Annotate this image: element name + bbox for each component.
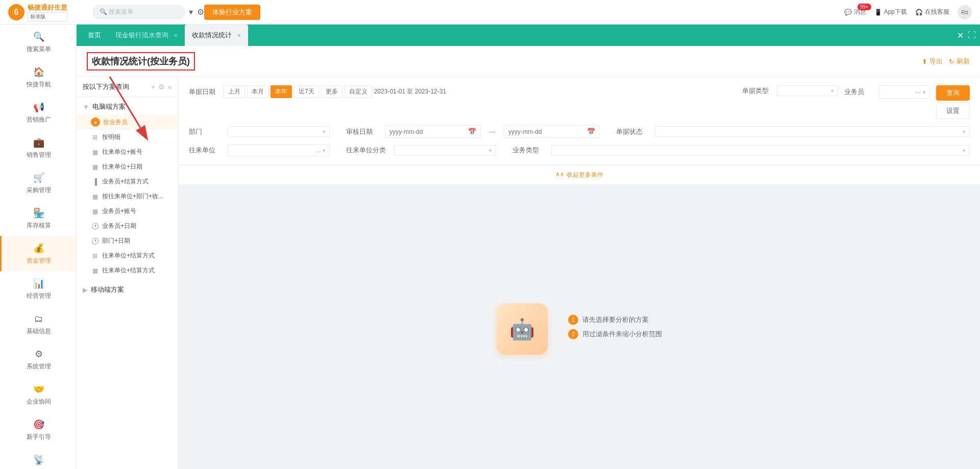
search-icon: 🔍 — [33, 31, 45, 43]
desktop-scheme-header[interactable]: ▼ 电脑端方案 — [77, 99, 178, 114]
filter-panel: 单据日期 上月 本月 本年 近7天 更多 自定义 2023-01-01 至 20… — [179, 77, 980, 165]
online-service-item[interactable]: 🎧 在线客服 — [915, 8, 949, 16]
export-button[interactable]: ⬆ 导出 — [922, 57, 943, 66]
filter-settings-button[interactable]: 设置 — [936, 103, 970, 119]
main-layout: 🔍 搜索菜单 🏠 快捷导航 📢 营销推广 💼 销售管理 🛒 采购管理 🏪 库存核… — [0, 25, 980, 469]
dept-select[interactable]: ▾ — [228, 126, 330, 137]
review-date-end-input[interactable] — [508, 128, 585, 135]
scheme-item-partner-account[interactable]: ▦ 往来单位+账号 — [77, 145, 178, 159]
collapse-up-icon: ∧∧ — [555, 171, 565, 179]
customer-more-icon[interactable]: ... — [315, 147, 321, 154]
collapse-more-bar[interactable]: ∧∧ 收起更多条件 — [179, 165, 980, 184]
doc-type-select[interactable]: ▾ — [777, 85, 838, 96]
customer-select[interactable]: ... ▾ — [228, 144, 330, 156]
sidebar-item-sales[interactable]: 💼 销售管理 — [0, 130, 76, 166]
chevron-down-icon: ▼ — [83, 103, 89, 111]
table-icon-4: ▦ — [91, 207, 99, 216]
scheme-item-salesperson-account[interactable]: ▦ 业务员+账号 — [77, 204, 178, 219]
biz-type-chevron: ▾ — [963, 148, 965, 153]
finance-icon: 💰 — [33, 242, 45, 254]
panel-collapse-button[interactable]: « — [168, 83, 172, 91]
date-btn-more[interactable]: 更多 — [321, 85, 342, 98]
phone-icon: 📱 — [874, 9, 882, 16]
review-date-start-input[interactable] — [389, 128, 466, 135]
user-avatar[interactable]: Rit — [958, 5, 972, 19]
empty-step-2: 2 用过滤条件来缩小分析范围 — [568, 329, 662, 339]
calendar-icon-2: 📅 — [587, 128, 595, 135]
sidebar-item-basic-info[interactable]: 🗂 基础信息 — [0, 307, 76, 342]
review-date-start[interactable]: 📅 — [385, 125, 481, 138]
scheme-item-partner-settlement-2[interactable]: ▦ 往来单位+结算方式 — [77, 263, 178, 278]
database-icon: 🗂 — [33, 313, 45, 325]
sidebar: 🔍 搜索菜单 🏠 快捷导航 📢 营销推广 💼 销售管理 🛒 采购管理 🏪 库存核… — [0, 25, 77, 469]
scheme-item-detail[interactable]: ⊞ 按明细 — [77, 130, 178, 145]
doc-type-label: 单据类型 — [742, 86, 773, 96]
sidebar-item-enterprise[interactable]: 🤝 企业协同 — [0, 377, 76, 412]
customer-category-select[interactable]: ▾ — [394, 145, 496, 156]
tab-close-all-icon[interactable]: ✕ — [957, 31, 964, 40]
sidebar-item-search[interactable]: 🔍 搜索菜单 — [0, 25, 76, 60]
trial-button[interactable]: 体验行业方案 — [204, 5, 260, 20]
customer-label: 往来单位 — [189, 146, 219, 155]
sidebar-item-system[interactable]: ⚙ 系统管理 — [0, 342, 76, 377]
doc-status-select[interactable]: ▾ — [655, 126, 970, 137]
sidebar-item-purchase[interactable]: 🛒 采购管理 — [0, 166, 76, 201]
page-actions: ⬆ 导出 ↻ 刷新 — [922, 57, 970, 66]
tab-home[interactable]: 首页 — [81, 25, 108, 46]
date-options-group: 上月 本月 本年 近7天 更多 自定义 2023-01-01 至 2023-12… — [224, 85, 446, 98]
sidebar-item-finance[interactable]: 💰 资金管理 — [0, 236, 76, 271]
date-btn-this-year[interactable]: 本年 — [271, 85, 292, 98]
dept-chevron: ▾ — [323, 129, 325, 134]
tab-bar: 首页 现金银行流水查询 ✕ 收款情况统计 ✕ ✕ ⛶ — [77, 25, 980, 46]
scheme-settings-button[interactable]: ⚙ — [158, 83, 165, 91]
purchase-icon: 🛒 — [33, 172, 45, 184]
export-icon: ⬆ — [922, 58, 927, 65]
tab-bank-flow-close[interactable]: ✕ — [174, 33, 178, 38]
salesperson-more-icon[interactable]: ··· — [915, 88, 921, 96]
scheme-item-salesperson[interactable]: ● 按业务员 — [77, 114, 178, 130]
customer-category-chevron: ▾ — [489, 148, 492, 153]
step-1-number: 1 — [568, 315, 578, 325]
biz-type-select[interactable]: ▾ — [551, 145, 970, 156]
message-item[interactable]: 💬 消息 99+ — [844, 8, 866, 16]
app-logo-icon: 6 — [8, 4, 24, 20]
tab-collection-stats-close[interactable]: ✕ — [237, 33, 241, 38]
refresh-button[interactable]: ↻ 刷新 — [949, 57, 970, 66]
query-button[interactable]: 查询 — [936, 85, 970, 101]
scheme-item-partner-date[interactable]: ▦ 往来单位+日期 — [77, 159, 178, 174]
content-body: 按以下方案查询 + ⚙ « ▼ 电脑端方案 — [77, 77, 980, 469]
filter-row-1: 单据日期 上月 本月 本年 近7天 更多 自定义 2023-01-01 至 20… — [189, 85, 970, 119]
date-btn-last-month[interactable]: 上月 — [224, 85, 245, 98]
settings-gear-icon[interactable]: ⚙ — [197, 7, 204, 17]
sidebar-item-hardware[interactable]: 📡 智能硬件 — [0, 448, 76, 469]
sidebar-item-inventory[interactable]: 🏪 库存核算 — [0, 201, 76, 236]
sidebar-item-guide[interactable]: 🎯 新手引导 — [0, 412, 76, 448]
scheme-panel-title: 按以下方案查询 — [83, 82, 129, 91]
review-date-end[interactable]: 📅 — [504, 125, 600, 138]
scheme-item-partner-dept[interactable]: ▦ 按往来单位+部门+收... — [77, 189, 178, 204]
header-right: 💬 消息 99+ 📱 App下载 🎧 在线客服 Rit — [844, 5, 972, 19]
action-buttons: 查询 设置 — [936, 85, 970, 119]
salesperson-select[interactable]: ··· ▾ — [879, 85, 930, 99]
scheme-item-salesperson-settlement[interactable]: ▐ 业务员+结算方式 — [77, 174, 178, 189]
step-2-number: 2 — [568, 329, 578, 339]
scheme-item-dept-date[interactable]: 🕐 部门+日期 — [77, 233, 178, 248]
sidebar-item-marketing[interactable]: 📢 营销推广 — [0, 95, 76, 130]
date-btn-this-month[interactable]: 本月 — [247, 85, 268, 98]
scheme-item-partner-settlement-1[interactable]: ⊞ 往来单位+结算方式 — [77, 248, 178, 263]
mobile-scheme-group: ▶ 移动端方案 — [77, 280, 178, 299]
date-btn-custom[interactable]: 自定义 — [345, 85, 372, 98]
tab-bank-flow[interactable]: 现金银行流水查询 ✕ — [108, 25, 185, 46]
table-icon-1: ▦ — [91, 148, 99, 156]
add-scheme-button[interactable]: + — [151, 83, 155, 91]
sidebar-item-operations[interactable]: 📊 经营管理 — [0, 271, 76, 307]
tab-collection-stats[interactable]: 收款情况统计 ✕ — [185, 25, 248, 46]
scheme-item-salesperson-date[interactable]: 🕐 业务员+日期 — [77, 219, 178, 233]
header-dropdown-button[interactable]: ▾ — [189, 7, 193, 17]
app-download-item[interactable]: 📱 App下载 — [874, 8, 907, 16]
sidebar-item-shortcut[interactable]: 🏠 快捷导航 — [0, 60, 76, 95]
date-btn-7days[interactable]: 近7天 — [294, 85, 319, 98]
refresh-icon: ↻ — [949, 58, 954, 65]
mobile-scheme-header[interactable]: ▶ 移动端方案 — [77, 282, 178, 297]
tab-fullscreen-icon[interactable]: ⛶ — [968, 31, 976, 40]
